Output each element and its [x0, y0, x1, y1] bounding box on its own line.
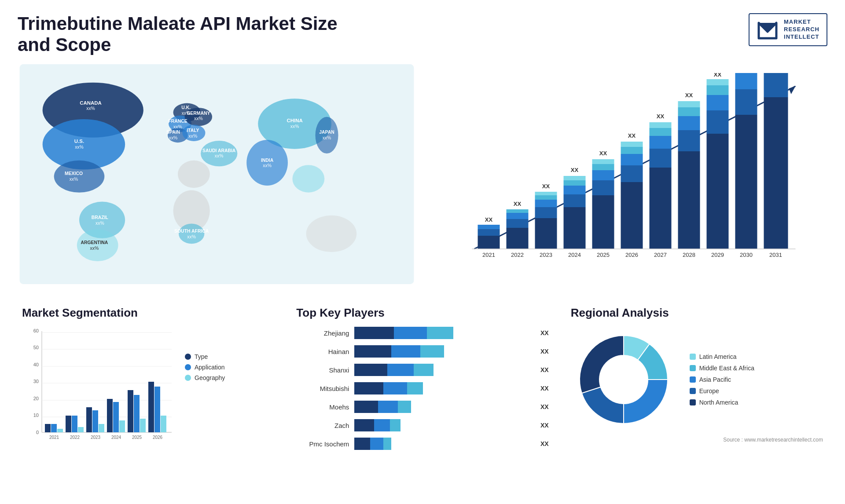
type-label: Type	[195, 353, 208, 360]
player-value: XX	[540, 440, 549, 447]
regional-legend-dot	[690, 399, 696, 405]
donut-container: Latin AmericaMiddle East & AfricaAsia Pa…	[571, 327, 823, 432]
svg-text:2024: 2024	[568, 252, 581, 258]
svg-text:2023: 2023	[540, 252, 552, 258]
svg-rect-79	[592, 159, 614, 164]
svg-rect-88	[650, 149, 672, 168]
svg-text:xx%: xx%	[169, 135, 178, 140]
svg-rect-72	[564, 180, 586, 186]
svg-rect-162	[51, 424, 57, 432]
source-text: Source : www.marketresearchintellect.com	[571, 437, 823, 443]
svg-rect-99	[707, 134, 729, 249]
svg-text:XX: XX	[628, 132, 636, 139]
player-bar-segment	[394, 327, 427, 339]
player-bar-segment	[374, 419, 390, 431]
regional-legend-dot	[690, 365, 696, 371]
svg-text:xx%: xx%	[173, 124, 182, 129]
application-dot	[185, 364, 191, 370]
svg-rect-161	[45, 424, 51, 432]
player-bar-segment	[383, 382, 407, 394]
svg-text:2025: 2025	[597, 252, 610, 258]
player-bar-segment	[407, 382, 423, 394]
player-bar-segment	[427, 327, 453, 339]
player-bar-segment	[398, 401, 411, 413]
players-list: ZhejiangXXHainanXXShanxiXXMitsubishiXXMo…	[296, 327, 548, 450]
svg-text:10: 10	[33, 413, 39, 418]
svg-text:xx%: xx%	[323, 135, 331, 140]
svg-rect-75	[592, 195, 614, 249]
legend-geography: Geography	[185, 374, 225, 381]
donut-slice	[624, 380, 668, 424]
player-bar-segment	[390, 419, 400, 431]
svg-rect-163	[57, 429, 63, 432]
svg-text:SAUDI ARABIA: SAUDI ARABIA	[202, 148, 236, 153]
regional-legend-dot	[690, 354, 696, 360]
svg-text:60: 60	[33, 328, 39, 333]
svg-text:2022: 2022	[70, 435, 80, 440]
svg-text:2029: 2029	[711, 252, 724, 258]
svg-rect-100	[707, 110, 729, 134]
player-bar	[354, 419, 532, 431]
svg-point-20	[292, 165, 324, 192]
player-name: Hainan	[296, 348, 349, 355]
svg-text:2027: 2027	[654, 252, 667, 258]
svg-rect-91	[650, 122, 672, 128]
player-value: XX	[540, 385, 549, 392]
svg-text:CANADA: CANADA	[80, 100, 102, 106]
svg-rect-60	[507, 213, 529, 219]
svg-rect-67	[535, 192, 557, 195]
svg-text:ITALY: ITALY	[187, 128, 199, 133]
svg-rect-77	[592, 170, 614, 180]
donut-slice	[580, 336, 624, 393]
donut-slice	[582, 387, 624, 424]
svg-text:U.K.: U.K.	[181, 105, 191, 110]
page-container: Trimebutine Maleate API Market Size and …	[0, 0, 845, 504]
seg-legend: Type Application Geography	[185, 353, 225, 381]
svg-text:GERMANY: GERMANY	[187, 111, 210, 116]
svg-text:2026: 2026	[625, 252, 638, 258]
svg-text:xx%: xx%	[194, 116, 203, 121]
svg-text:INDIA: INDIA	[261, 158, 274, 163]
svg-rect-81	[621, 182, 643, 249]
player-row: MitsubishiXX	[296, 382, 548, 394]
regional-legend-item: Asia Pacific	[690, 376, 754, 383]
svg-rect-102	[707, 85, 729, 95]
svg-text:2030: 2030	[740, 252, 753, 258]
svg-point-14	[178, 161, 210, 188]
svg-rect-54	[478, 236, 500, 249]
player-row: ShanxiXX	[296, 364, 548, 376]
player-bar-segment	[354, 382, 383, 394]
svg-rect-165	[66, 416, 71, 432]
player-bar-segment	[387, 364, 414, 376]
svg-marker-53	[789, 86, 796, 94]
svg-rect-170	[92, 410, 98, 432]
svg-text:2024: 2024	[111, 435, 121, 440]
svg-text:xx%: xx%	[290, 124, 299, 129]
segmentation-chart: 0 10 20 30 40 50 60	[22, 327, 176, 450]
svg-rect-109	[764, 97, 788, 249]
regional-section: Regional Analysis Latin AmericaMiddle Ea…	[566, 302, 827, 460]
segmentation-title: Market Segmentation	[22, 306, 274, 320]
player-value: XX	[540, 422, 549, 429]
svg-rect-181	[148, 382, 154, 432]
player-name: Mitsubishi	[296, 385, 349, 392]
svg-rect-101	[707, 95, 729, 110]
player-bar-segment	[370, 438, 383, 450]
svg-rect-182	[154, 387, 160, 432]
player-value: XX	[540, 366, 549, 373]
player-bar-segment	[354, 345, 391, 358]
svg-text:50: 50	[33, 345, 39, 350]
svg-rect-97	[678, 101, 700, 107]
player-bar-segment	[420, 345, 444, 358]
regional-legend-dot	[690, 388, 696, 394]
player-row: MoehsXX	[296, 401, 548, 413]
svg-point-7	[77, 229, 118, 261]
svg-rect-173	[107, 399, 113, 432]
svg-rect-76	[592, 180, 614, 195]
logo-box: MARKET RESEARCH INTELLECT	[749, 13, 827, 46]
legend-type: Type	[185, 353, 225, 360]
svg-text:XX: XX	[657, 113, 665, 120]
player-bar	[354, 327, 532, 339]
svg-rect-66	[535, 195, 557, 200]
svg-rect-63	[535, 218, 557, 249]
